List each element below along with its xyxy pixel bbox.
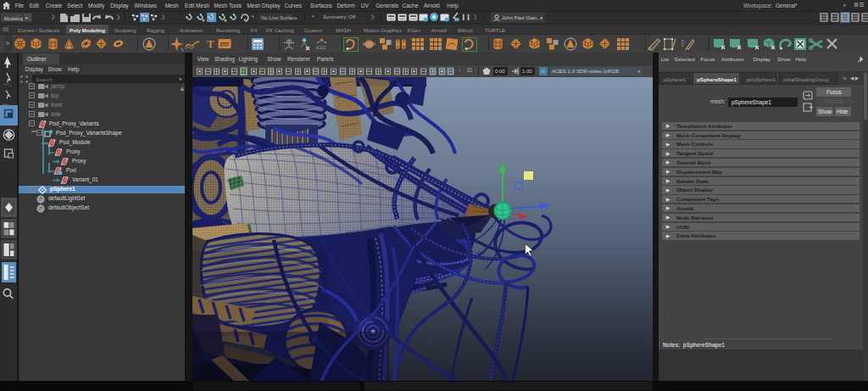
svg-text:0,0,0: 0,0,0 <box>316 45 326 50</box>
svg-text:SVG: SVG <box>221 43 230 47</box>
